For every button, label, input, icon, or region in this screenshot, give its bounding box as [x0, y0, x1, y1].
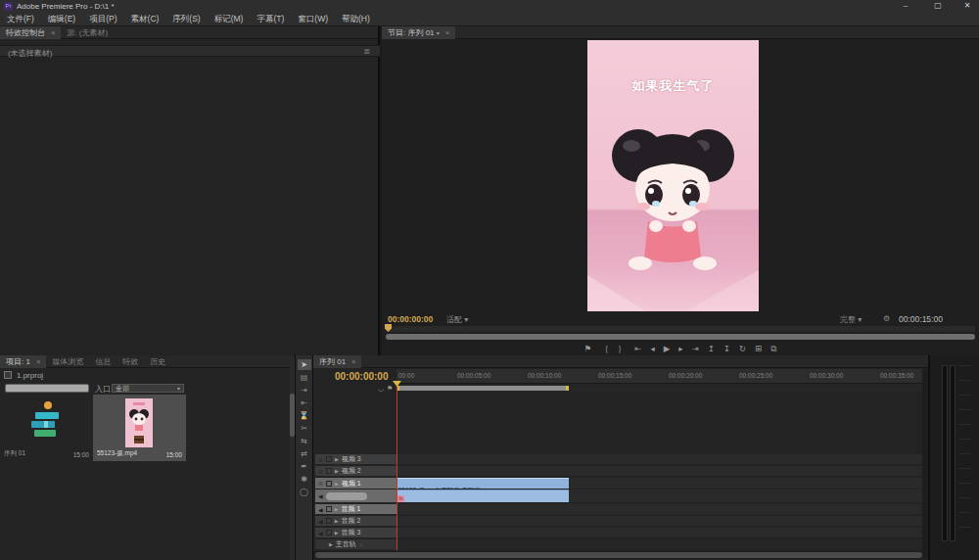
pen-tool[interactable]: ✒	[298, 461, 311, 472]
hand-tool[interactable]: ✱	[298, 474, 311, 485]
menu-project[interactable]: 项目(P)	[82, 14, 123, 25]
track-video-2-content[interactable]	[396, 466, 928, 476]
slide-tool[interactable]: ⇄	[298, 448, 311, 459]
sync-lock-icon[interactable]	[326, 456, 332, 462]
rate-stretch-tool[interactable]: ⌛	[298, 410, 311, 421]
tab-program-monitor[interactable]: 节目: 序列 01 ▾ ×	[382, 26, 455, 39]
tab-close-icon[interactable]: ×	[51, 29, 55, 36]
tab-media-browser[interactable]: 媒体浏览	[46, 355, 89, 368]
go-to-in-button[interactable]: ⇤	[634, 343, 641, 354]
collapse-track-icon[interactable]: ▶	[329, 541, 333, 547]
settings-wrench-icon[interactable]: ⚙	[883, 314, 890, 323]
speaker-icon[interactable]: ◀	[318, 506, 323, 513]
step-forward-button[interactable]: ▸	[678, 343, 682, 354]
sync-lock-icon[interactable]	[326, 530, 332, 536]
track-name[interactable]: 视频 3	[342, 454, 361, 464]
track-rename-field[interactable]	[326, 492, 367, 500]
minimize-icon[interactable]: –	[896, 1, 915, 10]
track-video-3-content[interactable]	[396, 454, 928, 464]
playhead-line[interactable]	[396, 384, 397, 550]
track-name[interactable]: 音频 1	[341, 504, 360, 514]
razor-tool[interactable]: ✂	[298, 423, 311, 434]
tab-effect-controls[interactable]: 特效控制台 ×	[0, 26, 61, 39]
track-audio-1-content[interactable]	[396, 504, 928, 514]
tab-close-icon[interactable]: ×	[36, 358, 40, 365]
track-audio-1-header[interactable]: ◀ ▶ 音频 1	[315, 504, 396, 514]
track-master-header[interactable]: ▶ 主音轨 ⁙	[315, 539, 396, 549]
track-video-1-header[interactable]: ⊙ ▶ 视频 1	[315, 478, 396, 489]
selection-tool[interactable]: ➤	[298, 359, 311, 370]
project-item-sequence[interactable]: 序列 01 15:00	[0, 395, 93, 461]
menu-title[interactable]: 字幕(T)	[250, 14, 291, 25]
go-to-out-button[interactable]: ⇥	[692, 343, 699, 354]
timeline-current-timecode[interactable]: 00:00:00:00	[335, 371, 388, 382]
safe-margins-button[interactable]: ⊞	[755, 343, 762, 354]
track-audio-3-header[interactable]: ◀ ▶ 音频 3	[315, 528, 396, 537]
timeline-ruler[interactable]: 00:00 00:00:05:00 00:00:10:00 00:00:15:0…	[396, 369, 928, 384]
tab-effects[interactable]: 特效	[117, 355, 144, 368]
step-back-button[interactable]: ◂	[650, 343, 654, 354]
play-button[interactable]: ▶	[664, 343, 671, 354]
program-video-frame[interactable]: 如果我生气了	[587, 40, 759, 311]
track-video-1-subrow-header[interactable]: ◀	[315, 490, 396, 502]
project-scrollbar-thumb[interactable]	[290, 394, 295, 437]
track-audio-2-header[interactable]: ◀ ▶ 音频 2	[315, 516, 396, 526]
close-icon[interactable]: ✕	[957, 1, 977, 10]
tab-sequence[interactable]: 序列 01 ×	[313, 355, 361, 368]
toggle-track-output-icon[interactable]: ⊙	[318, 480, 323, 487]
collapse-track-icon[interactable]: ▶	[335, 530, 339, 536]
collapse-track-icon[interactable]: ▶	[335, 481, 339, 487]
menu-sequence[interactable]: 序列(S)	[165, 14, 207, 25]
collapse-track-icon[interactable]: ▶	[335, 506, 339, 512]
timeline-scrollbar-thumb[interactable]	[315, 552, 922, 558]
sync-lock-icon[interactable]	[326, 481, 332, 487]
entry-filter-dropdown[interactable]: 全部 ▾	[112, 384, 184, 393]
monitor-time-ruler[interactable]	[386, 326, 975, 332]
speaker-icon[interactable]: ◀	[318, 518, 323, 525]
zoom-tool[interactable]: ◯	[298, 487, 311, 497]
tab-source-monitor[interactable]: 源: (无素材)	[61, 26, 114, 39]
rolling-edit-tool[interactable]: ⇤	[298, 397, 311, 408]
snap-magnet-icon[interactable]: ◡	[378, 385, 384, 393]
tab-close-icon[interactable]: ×	[351, 358, 355, 365]
speaker-icon[interactable]: ◀	[318, 530, 323, 537]
track-master-content[interactable]	[396, 539, 928, 549]
collapse-track-icon[interactable]: ▶	[335, 456, 339, 462]
menu-file[interactable]: 文件(F)	[0, 14, 41, 25]
set-marker-icon[interactable]: ⚑	[387, 385, 393, 393]
search-input[interactable]	[5, 384, 89, 393]
loop-button[interactable]: ↻	[739, 343, 746, 354]
menu-marker[interactable]: 标记(M)	[208, 14, 251, 25]
mark-in-button[interactable]: ｛	[600, 343, 609, 354]
clip-effect-badge[interactable]: 透明度:透明度 ▾	[441, 487, 486, 489]
lift-button[interactable]: ↥	[708, 343, 715, 354]
playback-resolution-dropdown[interactable]: 完整 ▾	[840, 314, 862, 325]
monitor-zoom-scrollbar-thumb[interactable]	[386, 334, 975, 340]
collapse-track-icon[interactable]: ▶	[335, 518, 339, 524]
menu-window[interactable]: 窗口(W)	[291, 14, 335, 25]
tab-close-icon[interactable]: ×	[445, 29, 449, 36]
sync-lock-icon[interactable]	[326, 468, 332, 474]
track-select-tool[interactable]: ▤	[298, 372, 311, 383]
collapse-track-icon[interactable]: ▶	[335, 468, 339, 474]
timeline-clip-video[interactable]: 55123-摄.mp4 透明度:透明度 ▾	[396, 478, 569, 489]
track-audio-2-content[interactable]	[396, 516, 928, 526]
tab-project[interactable]: 项目: 1 ×	[0, 355, 46, 368]
track-audio-3-content[interactable]	[396, 528, 928, 537]
tab-history[interactable]: 历史	[144, 355, 171, 368]
toggle-track-output-icon[interactable]: ⊙	[318, 456, 323, 463]
track-video-2-header[interactable]: ⊙ ▶ 视频 2	[315, 466, 396, 476]
track-name[interactable]: 主音轨	[336, 539, 356, 549]
maximize-icon[interactable]: ▢	[928, 1, 948, 10]
display-style-icon[interactable]: ◀	[318, 492, 323, 499]
tab-info[interactable]: 信息	[89, 355, 117, 368]
zoom-level-dropdown[interactable]: 适配 ▾	[446, 314, 468, 325]
track-name[interactable]: 视频 1	[342, 479, 361, 489]
project-item-video[interactable]: 55123-摄.mp4 15:00	[93, 395, 186, 461]
mark-out-button[interactable]: ｝	[618, 343, 627, 354]
menu-edit[interactable]: 编辑(E)	[41, 14, 82, 25]
menu-clip[interactable]: 素材(C)	[124, 14, 166, 25]
program-current-timecode[interactable]: 00:00:00:00	[388, 314, 433, 324]
chevron-down-icon[interactable]: ▾	[437, 30, 440, 36]
export-frame-button[interactable]: ⧉	[770, 343, 776, 354]
